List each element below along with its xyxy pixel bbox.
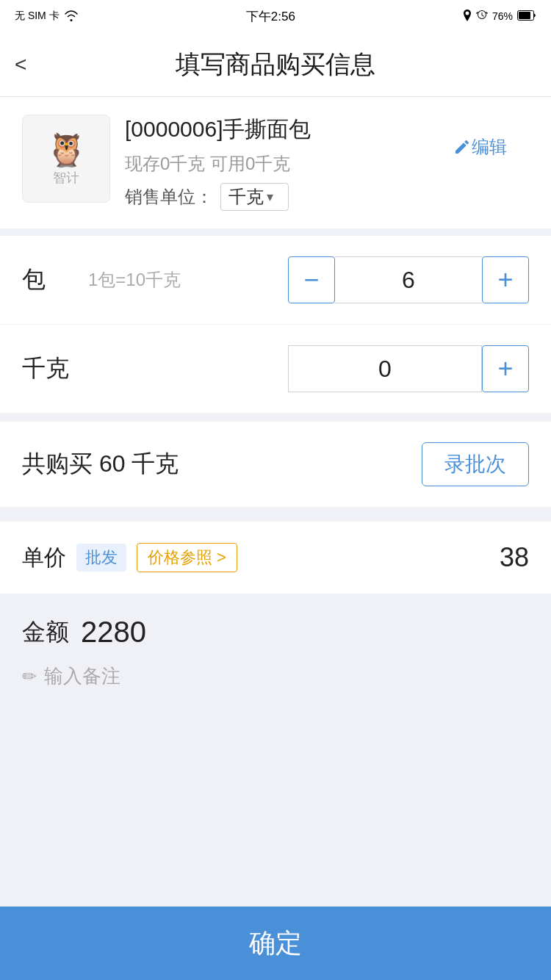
battery-icon: [517, 10, 536, 23]
status-right: 76%: [463, 10, 536, 24]
qianke-input-row: 千克 +: [0, 325, 551, 413]
pencil-icon: ✏: [22, 666, 37, 687]
bao-quantity-input[interactable]: [335, 256, 482, 303]
product-info: [0000006]手撕面包 编辑 现存0千克 可用0千克 销售单位： 千克 ▾: [125, 115, 529, 211]
bao-input-row: 包 1包=10千克 − +: [0, 236, 551, 325]
batch-record-button[interactable]: 录批次: [422, 442, 529, 486]
unit-select[interactable]: 千克 ▾: [220, 183, 289, 211]
qianke-label: 千克: [22, 353, 81, 385]
confirm-button[interactable]: 确定: [0, 907, 551, 980]
price-row: 单价 批发 价格参照 > 38: [22, 542, 529, 573]
product-thumbnail: 🦉 智计: [22, 115, 110, 203]
bao-increment-button[interactable]: +: [482, 256, 529, 303]
total-row: 共购买 60 千克 录批次: [0, 422, 551, 507]
bao-decrement-button[interactable]: −: [288, 256, 335, 303]
product-unit-row: 销售单位： 千克 ▾: [125, 183, 529, 211]
qianke-quantity-control: +: [288, 345, 529, 392]
batch-tag: 批发: [76, 544, 126, 572]
page-title: 填写商品购买信息: [176, 48, 375, 82]
total-text: 共购买 60 千克: [22, 448, 179, 480]
status-time: 下午2:56: [246, 8, 295, 25]
battery-text: 76%: [492, 10, 513, 22]
amount-label: 金额: [22, 616, 69, 649]
price-label: 单价: [22, 543, 66, 573]
location-icon: [463, 10, 472, 24]
price-section: 单价 批发 价格参照 > 38: [0, 522, 551, 594]
status-bar: 无 SIM 卡 下午2:56 76%: [0, 0, 551, 32]
remark-placeholder: 输入备注: [44, 663, 120, 689]
qianke-quantity-input[interactable]: [288, 345, 482, 392]
bao-quantity-control: − +: [288, 256, 529, 303]
nav-bar: < 填写商品购买信息: [0, 32, 551, 97]
amount-section: 金额 2280 ✏ 输入备注: [0, 595, 551, 704]
back-button[interactable]: <: [15, 53, 26, 76]
status-left: 无 SIM 卡: [15, 10, 79, 24]
unit-label: 销售单位：: [125, 185, 213, 209]
edit-button[interactable]: 编辑: [455, 135, 507, 159]
product-logo-text: 智计: [46, 169, 87, 187]
svg-rect-1: [519, 12, 530, 19]
unit-value: 千克: [228, 185, 264, 209]
bao-label: 包: [22, 264, 81, 296]
carrier-text: 无 SIM 卡: [15, 10, 60, 23]
input-section: 包 1包=10千克 − + 千克 +: [0, 236, 551, 413]
price-value: 38: [500, 542, 529, 573]
product-card: 🦉 智计 [0000006]手撕面包 编辑 现存0千克 可用0千克 销售单位： …: [0, 97, 551, 228]
bottom-spacer: [0, 704, 551, 939]
bao-sub-label: 1包=10千克: [88, 268, 288, 292]
dropdown-icon: ▾: [267, 189, 273, 205]
qianke-increment-button[interactable]: +: [482, 345, 529, 392]
amount-value: 2280: [81, 616, 146, 649]
remark-row[interactable]: ✏ 输入备注: [22, 663, 529, 689]
wifi-icon: [64, 10, 79, 24]
price-reference-button[interactable]: 价格参照 >: [137, 543, 237, 572]
amount-row: 金额 2280: [22, 616, 529, 649]
edit-label: 编辑: [472, 135, 507, 159]
alarm-icon: [476, 10, 488, 24]
